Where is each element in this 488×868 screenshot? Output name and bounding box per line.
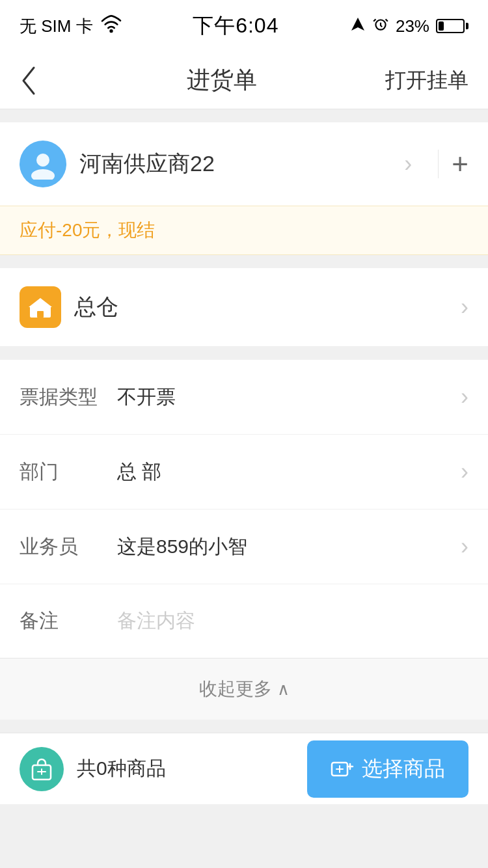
remark-input[interactable]: 备注内容 (104, 608, 468, 634)
alarm-icon (372, 16, 389, 37)
status-time: 下午6:04 (193, 12, 278, 40)
salesperson-value: 这是859的小智 (104, 534, 454, 560)
supplier-chevron-icon: › (404, 150, 412, 178)
warehouse-icon (20, 286, 61, 328)
collapse-row[interactable]: 收起更多 ∧ (0, 658, 488, 720)
invoice-type-value: 不开票 (104, 384, 454, 411)
separator-3 (0, 346, 488, 359)
svg-point-3 (31, 169, 55, 180)
department-label: 部门 (20, 459, 104, 485)
supplier-notice: 应付-20元，现结 (0, 206, 488, 255)
department-chevron-icon: › (461, 458, 468, 485)
invoice-type-chevron-icon: › (461, 383, 468, 411)
salesperson-row[interactable]: 业务员 这是859的小智 › (0, 509, 488, 584)
product-icon (20, 747, 64, 791)
status-left: 无 SIM 卡 (20, 14, 122, 39)
remark-label: 备注 (20, 608, 104, 634)
separator-2 (0, 255, 488, 268)
svg-marker-5 (29, 298, 52, 307)
supplier-avatar (20, 141, 66, 187)
salesperson-label: 业务员 (20, 534, 104, 560)
form-section: 票据类型 不开票 › 部门 总 部 › 业务员 这是859的小智 › 备注 备注… (0, 359, 488, 720)
invoice-type-label: 票据类型 (20, 384, 104, 411)
warehouse-section: 总仓 › (0, 268, 488, 346)
status-right: 23% (350, 16, 468, 37)
status-bar: 无 SIM 卡 下午6:04 23% (0, 0, 488, 52)
svg-point-0 (110, 30, 112, 32)
supplier-section: 河南供应商22 › + 应付-20元，现结 (0, 122, 488, 255)
location-icon (350, 16, 366, 36)
supplier-row[interactable]: 河南供应商22 › + (0, 122, 488, 206)
background-fill (0, 804, 488, 868)
supplier-name: 河南供应商22 (79, 149, 404, 179)
collapse-icon: ∧ (277, 679, 290, 699)
select-product-label: 选择商品 (362, 755, 445, 783)
select-product-button[interactable]: 选择商品 (307, 740, 468, 798)
remark-row[interactable]: 备注 备注内容 (0, 584, 488, 658)
warehouse-row[interactable]: 总仓 › (0, 268, 488, 346)
warehouse-name: 总仓 (74, 292, 454, 322)
svg-point-2 (36, 154, 49, 167)
department-value: 总 部 (104, 459, 454, 485)
separator-4 (0, 720, 488, 733)
invoice-type-row[interactable]: 票据类型 不开票 › (0, 359, 488, 434)
collapse-label: 收起更多 (199, 677, 272, 701)
separator-1 (0, 109, 488, 122)
open-pending-button[interactable]: 打开挂单 (385, 66, 468, 95)
product-count-label: 共0种商品 (77, 755, 307, 782)
supplier-divider (438, 150, 439, 178)
nav-bar: 进货单 打开挂单 (0, 52, 488, 109)
battery-icon (436, 19, 468, 33)
bottom-bar: 共0种商品 选择商品 (0, 733, 488, 804)
department-row[interactable]: 部门 总 部 › (0, 434, 488, 509)
svg-rect-6 (37, 311, 44, 318)
back-button[interactable] (20, 65, 59, 96)
carrier-label: 无 SIM 卡 (20, 15, 93, 38)
page-title: 进货单 (187, 64, 257, 96)
warehouse-chevron-icon: › (461, 293, 468, 321)
battery-percentage: 23% (396, 16, 429, 36)
add-supplier-button[interactable]: + (452, 148, 468, 180)
salesperson-chevron-icon: › (461, 533, 468, 560)
wifi-icon (101, 14, 122, 39)
